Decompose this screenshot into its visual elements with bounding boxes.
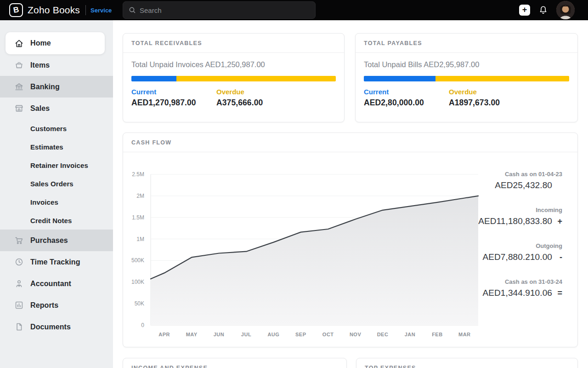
stat-label: Cash as on 01-04-23: [495, 171, 562, 178]
sidebar-item-label: Home: [30, 39, 51, 47]
card-header: TOP EXPENSES: [356, 358, 577, 368]
zoho-books-logo-icon: B: [9, 3, 23, 17]
x-axis-label: AUG: [267, 332, 279, 337]
cash-stat-cash-as-on-31-03-24: Cash as on 31-03-24AED1,344.910.06=: [482, 278, 562, 298]
sidebar-item-credit-notes[interactable]: Credit Notes: [0, 211, 113, 230]
quick-create-button[interactable]: +: [519, 5, 530, 16]
card-title: INCOME AND EXPENSE: [131, 365, 208, 368]
overdue-column: Overdue A375,666.00: [216, 88, 301, 108]
zoho-books-logo[interactable]: B Zoho Books: [9, 3, 80, 17]
purchases-icon: [14, 236, 24, 246]
y-axis-label: 1M: [136, 236, 144, 242]
sidebar-item-label: Documents: [30, 323, 71, 331]
cash-stat-cash-as-on-01-04-23: Cash as on 01-04-23AED25,432.80: [495, 171, 562, 190]
stat-value: AED25,432.80: [495, 180, 552, 190]
sidebar-item-label: Banking: [30, 83, 60, 91]
receivables-body: Total Unpaid Invoices AED1,250,987.00 Cu…: [123, 53, 344, 115]
card-header: TOTAL RECEIVABLES: [123, 34, 344, 53]
card-title: TOP EXPENSES: [365, 365, 416, 368]
sidebar-item-reports[interactable]: Reports: [0, 294, 113, 316]
x-axis-label: MAY: [186, 332, 198, 337]
stat-label: Incoming: [478, 207, 562, 213]
sidebar-item-documents[interactable]: Documents: [0, 316, 113, 338]
stat-operator: -: [552, 253, 562, 262]
x-axis-label: OCT: [322, 332, 334, 337]
y-axis-label: 2.5M: [132, 171, 144, 178]
card-title: CASH FLOW: [131, 139, 171, 146]
bell-icon: [538, 5, 548, 15]
banking-icon: [14, 82, 24, 92]
topbar: B Zoho Books Service +: [0, 0, 588, 20]
overdue-segment: [176, 76, 336, 81]
current-label: Current: [364, 88, 449, 96]
stat-value: AED7,880.210.00: [482, 252, 552, 262]
sales-icon: [14, 104, 24, 114]
y-axis-label: 500K: [131, 257, 144, 264]
sidebar-item-purchases[interactable]: Purchases: [0, 230, 113, 251]
y-axis-label: 0: [141, 322, 144, 328]
card-title: TOTAL PAYABLES: [364, 40, 422, 46]
sidebar-item-estimates[interactable]: Estimates: [0, 138, 113, 156]
sidebar-item-label: Sales: [30, 104, 50, 113]
global-search[interactable]: [123, 1, 316, 19]
sidebar-nav: HomeItemsBankingSalesCustomersEstimatesR…: [0, 20, 113, 368]
accountant-icon: [14, 279, 24, 289]
payables-progress-bar: [364, 76, 569, 81]
overdue-segment: [435, 76, 569, 81]
current-column: Current AED2,80,000.00: [364, 88, 449, 108]
items-icon: [14, 60, 24, 70]
notifications-button[interactable]: [538, 5, 548, 15]
sidebar-item-label: Purchases: [30, 236, 68, 245]
search-icon: [129, 6, 136, 14]
edition-label[interactable]: Service: [90, 7, 112, 14]
stat-label: Cash as on 31-03-24: [482, 278, 562, 285]
top-expenses-card: TOP EXPENSES: [356, 358, 578, 368]
income-and-expense-card: INCOME AND EXPENSE: [123, 358, 347, 368]
cash-flow-stats: Cash as on 01-04-23AED25,432.80IncomingA…: [478, 171, 562, 298]
sidebar-item-customers[interactable]: Customers: [0, 119, 113, 138]
reports-icon: [14, 300, 24, 310]
topbar-actions: +: [519, 0, 588, 20]
stat-operator: +: [552, 217, 562, 226]
sidebar-item-accountant[interactable]: Accountant: [0, 273, 113, 294]
current-label: Current: [131, 88, 216, 96]
stat-value: AED1,344.910.06: [482, 288, 552, 298]
sidebar-item-label: Sales Orders: [30, 180, 74, 188]
current-segment: [131, 76, 176, 81]
sidebar-item-label: Invoices: [30, 198, 58, 206]
x-axis-label: JUL: [241, 332, 251, 337]
user-avatar[interactable]: [556, 1, 575, 19]
sidebar-item-banking[interactable]: Banking: [0, 76, 113, 98]
card-header: TOTAL PAYABLES: [356, 34, 577, 53]
card-header: INCOME AND EXPENSE: [123, 358, 346, 368]
sidebar-item-label: Time Tracking: [30, 258, 80, 266]
sidebar-item-label: Customers: [30, 125, 67, 132]
x-axis-label: JUN: [214, 332, 225, 337]
search-input[interactable]: [140, 6, 310, 14]
overdue-column: Overdue A1897,673.00: [449, 88, 534, 108]
sidebar-item-label: Retainer Invoices: [30, 161, 88, 169]
total-receivables-card: TOTAL RECEIVABLES Total Unpaid Invoices …: [123, 33, 345, 122]
overdue-label: Overdue: [449, 88, 534, 96]
sidebar-item-time-tracking[interactable]: Time Tracking: [0, 251, 113, 273]
avatar-photo: [556, 1, 575, 19]
sidebar-item-label: Credit Notes: [30, 217, 72, 224]
payables-amounts: Current AED2,80,000.00 Overdue A1897,673…: [364, 88, 569, 108]
sidebar-item-items[interactable]: Items: [0, 54, 113, 76]
current-segment: [364, 76, 435, 81]
current-column: Current AED1,270,987.00: [131, 88, 216, 108]
sidebar-item-sales-orders[interactable]: Sales Orders: [0, 174, 113, 193]
sidebar-item-retainer-invoices[interactable]: Retainer Invoices: [0, 156, 113, 174]
sidebar-item-label: Items: [30, 61, 50, 69]
current-amount: AED1,270,987.00: [131, 98, 216, 108]
card-title: TOTAL RECEIVABLES: [131, 40, 202, 46]
overdue-label: Overdue: [216, 88, 301, 96]
cash-flow-area: [151, 196, 478, 325]
sidebar-item-home[interactable]: Home: [6, 32, 105, 54]
y-axis-label: 100K: [131, 279, 144, 285]
sidebar-item-label: Reports: [30, 301, 58, 310]
card-header: CASH FLOW: [123, 133, 577, 152]
sidebar-item-invoices[interactable]: Invoices: [0, 193, 113, 211]
sidebar-item-sales[interactable]: Sales: [0, 98, 113, 119]
total-unpaid-invoices: Total Unpaid Invoices AED1,250,987.00: [131, 60, 336, 69]
